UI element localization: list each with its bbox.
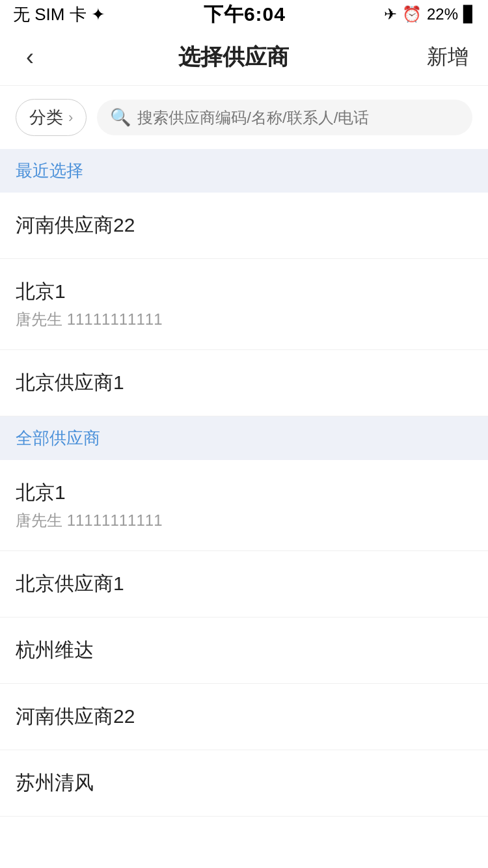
chevron-right-icon: ›	[68, 109, 73, 126]
recent-list: 河南供应商22北京1唐先生 11111111111北京供应商1	[0, 193, 488, 416]
add-button[interactable]: 新增	[427, 43, 468, 72]
all-section-header: 全部供应商	[0, 416, 488, 460]
nav-bar: ‹ 选择供应商 新增	[0, 29, 488, 86]
search-icon: 🔍	[110, 107, 131, 128]
sim-label: 无 SIM 卡 ✦	[13, 3, 105, 26]
item-name: 北京供应商1	[16, 571, 472, 597]
item-name: 北京1	[16, 480, 472, 506]
alarm-icon: ⏰	[402, 5, 422, 23]
category-button[interactable]: 分类 ›	[16, 99, 87, 136]
status-right: ✈ ⏰ 22% ▊	[384, 5, 475, 23]
battery-indicator: 22%	[427, 5, 458, 23]
status-bar: 无 SIM 卡 ✦ 下午6:04 ✈ ⏰ 22% ▊	[0, 0, 488, 29]
page-title: 选择供应商	[178, 42, 289, 72]
item-sub: 唐先生 11111111111	[16, 309, 472, 330]
list-item[interactable]: 北京供应商1	[0, 551, 488, 617]
search-input[interactable]	[137, 109, 459, 127]
list-item[interactable]: 河南供应商22	[0, 684, 488, 750]
list-item[interactable]: 苏州清风	[0, 750, 488, 817]
item-name: 苏州清风	[16, 770, 472, 796]
list-item[interactable]: 河南供应商22	[0, 193, 488, 259]
item-name: 北京供应商1	[16, 370, 472, 396]
status-left: 无 SIM 卡 ✦	[13, 3, 105, 26]
all-list: 北京1唐先生 11111111111北京供应商1杭州维达河南供应商22苏州清风	[0, 460, 488, 817]
item-name: 杭州维达	[16, 637, 472, 664]
item-name: 河南供应商22	[16, 212, 472, 239]
item-name: 北京1	[16, 278, 472, 305]
category-label: 分类	[29, 106, 63, 129]
item-sub: 唐先生 11111111111	[16, 510, 472, 531]
list-item[interactable]: 北京1唐先生 11111111111	[0, 259, 488, 350]
recent-section-label: 最近选择	[16, 161, 83, 180]
item-name: 河南供应商22	[16, 703, 472, 730]
list-item[interactable]: 杭州维达	[0, 617, 488, 684]
recent-section-header: 最近选择	[0, 149, 488, 193]
back-button[interactable]: ‹	[20, 37, 40, 77]
list-item[interactable]: 北京1唐先生 11111111111	[0, 460, 488, 551]
battery-icon: ▊	[463, 5, 475, 23]
list-item[interactable]: 北京供应商1	[0, 350, 488, 416]
all-section-label: 全部供应商	[16, 428, 100, 448]
location-icon: ✈	[384, 5, 397, 23]
status-time: 下午6:04	[204, 1, 286, 28]
search-wrap: 🔍	[97, 100, 472, 135]
filter-row: 分类 › 🔍	[0, 86, 488, 149]
